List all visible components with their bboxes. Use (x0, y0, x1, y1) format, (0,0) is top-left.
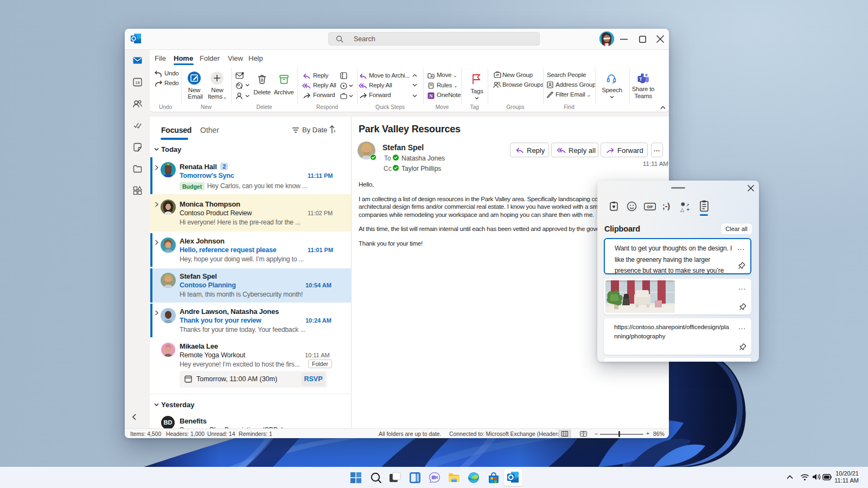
svg-text:GIF: GIF (647, 205, 653, 209)
svg-text:N: N (429, 93, 433, 99)
svg-text:18: 18 (135, 80, 139, 85)
svg-text:✱: ✱ (681, 201, 685, 207)
svg-text:+: + (686, 206, 690, 212)
svg-text:△: △ (680, 207, 684, 212)
svg-text:T: T (639, 76, 642, 82)
